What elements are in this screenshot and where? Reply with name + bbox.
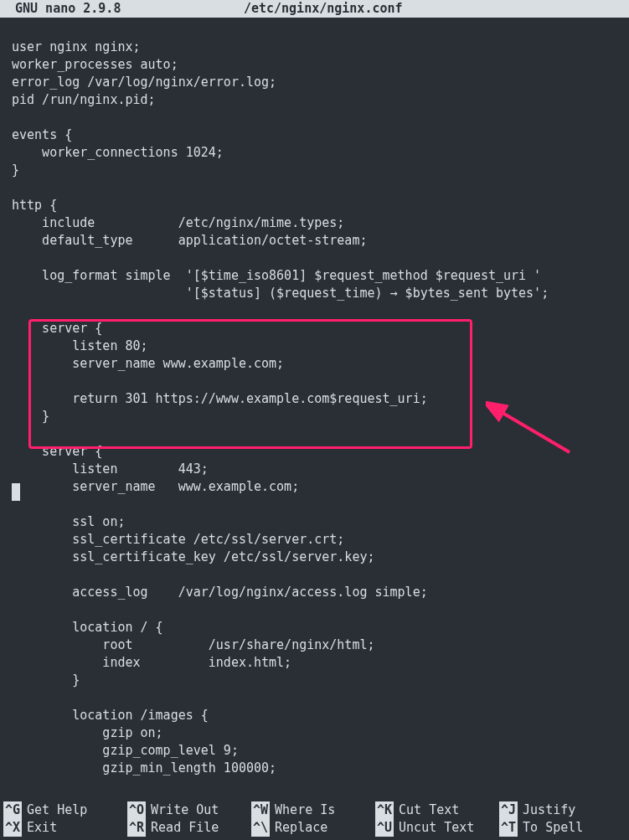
code-line[interactable]: access_log /var/log/nginx/access.log sim…	[0, 584, 629, 601]
code-line[interactable]	[0, 302, 629, 320]
shortcut-key: ^R	[127, 819, 146, 837]
shortcut-item[interactable]: ^JJustify	[499, 801, 623, 819]
code-line[interactable]: }	[0, 162, 629, 179]
shortcut-item[interactable]: ^UUncut Text	[375, 819, 499, 837]
code-line[interactable]: include /etc/nginx/mime.types;	[0, 214, 629, 232]
code-line[interactable]	[0, 425, 629, 443]
shortcut-item[interactable]: ^RRead File	[127, 819, 251, 837]
code-line[interactable]: worker_processes auto;	[0, 56, 629, 74]
code-line[interactable]: listen 80;	[0, 338, 629, 355]
code-line[interactable]: ssl on;	[0, 513, 629, 531]
shortcut-item[interactable]: ^\Replace	[251, 819, 375, 837]
shortcut-item[interactable]: ^TTo Spell	[499, 819, 623, 837]
shortcut-label: Cut Text	[399, 801, 459, 819]
shortcut-key: ^X	[3, 819, 22, 837]
shortcut-item[interactable]: ^KCut Text	[375, 801, 499, 819]
code-line[interactable]	[0, 250, 629, 267]
code-line[interactable]: server_name www.example.com;	[0, 478, 629, 496]
code-line[interactable]: gzip_comp_level 9;	[0, 742, 629, 760]
code-line[interactable]: gzip on;	[0, 724, 629, 742]
code-line[interactable]: http {	[0, 197, 629, 214]
shortcut-key: ^G	[3, 801, 22, 819]
editor-body[interactable]: user nginx nginx;worker_processes auto;e…	[0, 18, 629, 777]
code-line[interactable]	[0, 179, 629, 197]
code-line[interactable]	[0, 21, 629, 39]
nano-file-path: /etc/nginx/nginx.conf	[121, 0, 525, 18]
shortcut-row-1: ^GGet Help^OWrite Out^WWhere Is^KCut Tex…	[3, 801, 626, 819]
code-line[interactable]: listen 443;	[0, 461, 629, 478]
code-line[interactable]: root /usr/share/nginx/html;	[0, 636, 629, 654]
code-line[interactable]: }	[0, 408, 629, 425]
code-line[interactable]: location / {	[0, 619, 629, 636]
editor-text[interactable]: user nginx nginx;worker_processes auto;e…	[0, 18, 629, 777]
shortcut-label: To Spell	[523, 819, 583, 837]
code-line[interactable]: location /images {	[0, 707, 629, 724]
shortcut-label: Where Is	[275, 801, 335, 819]
shortcut-item[interactable]: ^WWhere Is	[251, 801, 375, 819]
code-line[interactable]: log_format simple '[$time_iso8601] $requ…	[0, 267, 629, 285]
code-line[interactable]: user nginx nginx;	[0, 39, 629, 56]
code-line[interactable]: server {	[0, 320, 629, 338]
shortcut-label: Justify	[523, 801, 575, 819]
shortcut-key: ^U	[375, 819, 394, 837]
code-line[interactable]: worker_connections 1024;	[0, 144, 629, 162]
nano-shortcut-bar: ^GGet Help^OWrite Out^WWhere Is^KCut Tex…	[0, 801, 629, 840]
code-line[interactable]	[0, 373, 629, 390]
code-line[interactable]: }	[0, 672, 629, 689]
shortcut-key: ^T	[499, 819, 518, 837]
shortcut-key: ^\	[251, 819, 270, 837]
shortcut-key: ^W	[251, 801, 270, 819]
shortcut-key: ^J	[499, 801, 518, 819]
code-line[interactable]	[0, 601, 629, 619]
code-line[interactable]: index index.html;	[0, 654, 629, 672]
code-line[interactable]: ssl_certificate_key /etc/ssl/server.key;	[0, 549, 629, 566]
code-line[interactable]: return 301 https://www.example.com$reque…	[0, 390, 629, 408]
shortcut-row-2: ^XExit^RRead File^\Replace^UUncut Text^T…	[3, 819, 626, 837]
shortcut-label: Get Help	[27, 801, 87, 819]
shortcut-label: Exit	[27, 819, 57, 837]
code-line[interactable]	[0, 566, 629, 584]
code-line[interactable]	[0, 109, 629, 126]
code-line[interactable]: ssl_certificate /etc/ssl/server.crt;	[0, 531, 629, 549]
shortcut-item[interactable]: ^XExit	[3, 819, 127, 837]
shortcut-label: Replace	[275, 819, 327, 837]
shortcut-key: ^O	[127, 801, 146, 819]
shortcut-label: Uncut Text	[399, 819, 474, 837]
code-line[interactable]: error_log /var/log/nginx/error.log;	[0, 74, 629, 91]
shortcut-label: Read File	[151, 819, 219, 837]
code-line[interactable]: server {	[0, 443, 629, 461]
shortcut-key: ^K	[375, 801, 394, 819]
code-line[interactable]: '[$status] ($request_time) → $bytes_sent…	[0, 285, 629, 302]
code-line[interactable]: default_type application/octet-stream;	[0, 232, 629, 250]
shortcut-label: Write Out	[151, 801, 219, 819]
code-line[interactable]	[0, 689, 629, 707]
nano-titlebar: GNU nano 2.9.8 /etc/nginx/nginx.conf	[0, 0, 629, 18]
shortcut-item[interactable]: ^GGet Help	[3, 801, 127, 819]
code-line[interactable]: pid /run/nginx.pid;	[0, 91, 629, 109]
code-line[interactable]: events {	[0, 126, 629, 144]
shortcut-item[interactable]: ^OWrite Out	[127, 801, 251, 819]
editor-cursor	[12, 483, 20, 501]
nano-app-name: GNU nano 2.9.8	[3, 0, 121, 18]
code-line[interactable]: server_name www.example.com;	[0, 355, 629, 373]
code-line[interactable]: gzip_min_length 100000;	[0, 760, 629, 777]
code-line[interactable]	[0, 496, 629, 513]
